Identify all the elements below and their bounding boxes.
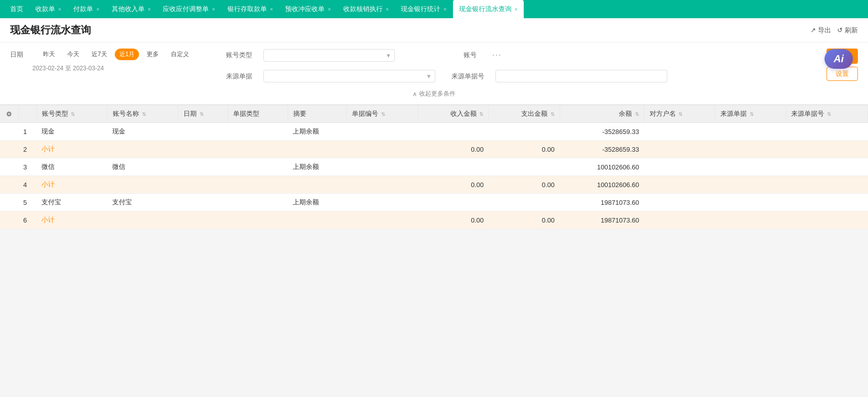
account-type-select[interactable]: ▾: [263, 49, 395, 62]
row-counterpart: [644, 158, 715, 176]
nav-prepayment-close[interactable]: ×: [328, 0, 331, 18]
nav-other-income-close[interactable]: ×: [148, 0, 151, 18]
col-balance[interactable]: 余额 ⇅: [560, 105, 644, 123]
nav-payment[interactable]: 付款单 ×: [67, 0, 105, 18]
sort-icon-income: ⇅: [479, 111, 483, 117]
account-dots[interactable]: ···: [488, 49, 506, 62]
row-summary: [288, 141, 347, 158]
sort-icon-doc-no: ⇅: [381, 111, 385, 117]
source-doc-no-input[interactable]: [495, 70, 667, 82]
table-body: 1现金现金上期余额-3528659.332小计0.000.00-3528659.…: [0, 123, 868, 229]
nav-payment-close[interactable]: ×: [96, 0, 99, 18]
row-account-name: 微信: [107, 158, 178, 176]
table-row[interactable]: 4小计0.000.00100102606.60: [0, 176, 868, 194]
row-doc-no: [347, 123, 418, 141]
row-expense: [489, 123, 560, 141]
date-btn-more[interactable]: 更多: [142, 49, 163, 60]
table-row[interactable]: 2小计0.000.00-3528659.33: [0, 141, 868, 158]
refresh-label: 刷新: [845, 26, 858, 35]
nav-adjustment-label: 应收应付调整单: [163, 0, 209, 18]
row-income: [418, 123, 488, 141]
row-doc-no: [347, 176, 418, 194]
col-doc-no[interactable]: 单据编号 ⇅: [347, 105, 418, 123]
settings-button[interactable]: 设置: [827, 67, 858, 81]
row-account-type: 小计: [36, 211, 107, 229]
nav-other-income[interactable]: 其他收入单 ×: [106, 0, 157, 18]
row-counterpart: [644, 141, 715, 158]
table-row[interactable]: 5支付宝支付宝上期余额19871073.60: [0, 194, 868, 211]
table-row[interactable]: 6小计0.000.0019871073.60: [0, 211, 868, 229]
nav-cashflow[interactable]: 现金银行流水查询 ×: [453, 0, 524, 18]
date-btn-7days[interactable]: 近7天: [87, 49, 112, 60]
col-counterpart[interactable]: 对方户名 ⇅: [644, 105, 715, 123]
row-account-name: [107, 211, 178, 229]
row-source-doc-no: [786, 194, 868, 211]
nav-stats-close[interactable]: ×: [443, 0, 446, 18]
source-doc-select[interactable]: ▾: [263, 70, 435, 82]
date-btn-1month[interactable]: 近1月: [115, 49, 140, 60]
nav-stats[interactable]: 现金银行统计 ×: [395, 0, 452, 18]
row-income: 0.00: [418, 211, 488, 229]
row-doc-type: [228, 158, 288, 176]
account-type-label: 账号类型: [226, 51, 252, 60]
nav-bank-deposit[interactable]: 银行存取款单 ×: [221, 0, 279, 18]
nav-verify-label: 收款核销执行: [343, 0, 383, 18]
collapse-label: 收起更多条件: [419, 90, 455, 98]
export-button[interactable]: ↗ 导出: [810, 26, 831, 35]
refresh-icon: ↺: [837, 26, 843, 34]
col-income[interactable]: 收入金额 ⇅: [418, 105, 488, 123]
ai-badge[interactable]: Ai: [825, 49, 853, 69]
source-doc-chevron-icon: ▾: [427, 72, 431, 80]
sort-icon-date: ⇅: [200, 111, 204, 117]
collapse-bar[interactable]: ∧ 收起更多条件: [10, 86, 858, 100]
nav-verify[interactable]: 收款核销执行 ×: [337, 0, 395, 18]
sort-icon-expense: ⇅: [551, 111, 555, 117]
row-checkbox: [0, 123, 18, 141]
sort-icon-account-name: ⇅: [142, 111, 146, 117]
row-doc-type: [228, 141, 288, 158]
row-doc-type: [228, 194, 288, 211]
nav-adjustment[interactable]: 应收应付调整单 ×: [157, 0, 221, 18]
row-summary: 上期余额: [288, 194, 347, 211]
date-btn-custom[interactable]: 自定义: [166, 49, 194, 60]
row-balance: -3528659.33: [560, 123, 644, 141]
col-account-type[interactable]: 账号类型 ⇅: [36, 105, 107, 123]
row-doc-no: [347, 158, 418, 176]
date-btn-yesterday[interactable]: 昨天: [38, 49, 60, 60]
row-index: 3: [18, 158, 36, 176]
col-source-doc-no[interactable]: 来源单据号 ⇅: [786, 105, 868, 123]
table-row[interactable]: 3微信微信上期余额100102606.60: [0, 158, 868, 176]
nav-stats-label: 现金银行统计: [401, 0, 440, 18]
nav-prepayment[interactable]: 预收冲应收单 ×: [279, 0, 337, 18]
row-checkbox: [0, 211, 18, 229]
table-row[interactable]: 1现金现金上期余额-3528659.33: [0, 123, 868, 141]
nav-receipt-close[interactable]: ×: [58, 0, 61, 18]
nav-bank-deposit-close[interactable]: ×: [270, 0, 273, 18]
row-source-doc: [715, 158, 786, 176]
sort-icon-counterpart: ⇅: [678, 111, 682, 117]
nav-home-label: 首页: [10, 0, 23, 18]
gear-icon: ⚙: [6, 110, 12, 118]
col-expense[interactable]: 支出金额 ⇅: [489, 105, 560, 123]
nav-adjustment-close[interactable]: ×: [212, 0, 215, 18]
date-btn-today[interactable]: 今天: [63, 49, 84, 60]
col-date[interactable]: 日期 ⇅: [178, 105, 228, 123]
nav-verify-close[interactable]: ×: [386, 0, 389, 18]
row-checkbox: [0, 194, 18, 211]
col-gear[interactable]: ⚙: [0, 105, 18, 123]
row-account-type: 小计: [36, 176, 107, 194]
row-index: 5: [18, 194, 36, 211]
page-header: 现金银行流水查询 ↗ 导出 ↺ 刷新: [0, 18, 868, 42]
row-doc-type: [228, 123, 288, 141]
nav-home[interactable]: 首页: [4, 0, 29, 18]
refresh-button[interactable]: ↺ 刷新: [837, 26, 858, 35]
col-source-doc[interactable]: 来源单据 ⇅: [715, 105, 786, 123]
col-summary: 摘要: [288, 105, 347, 123]
nav-receipt[interactable]: 收款单 ×: [29, 0, 67, 18]
col-account-name[interactable]: 账号名称 ⇅: [107, 105, 178, 123]
nav-cashflow-close[interactable]: ×: [515, 0, 518, 18]
row-source-doc: [715, 194, 786, 211]
row-account-name: [107, 176, 178, 194]
nav-other-income-label: 其他收入单: [112, 0, 145, 18]
sort-icon-account-type: ⇅: [71, 111, 75, 117]
